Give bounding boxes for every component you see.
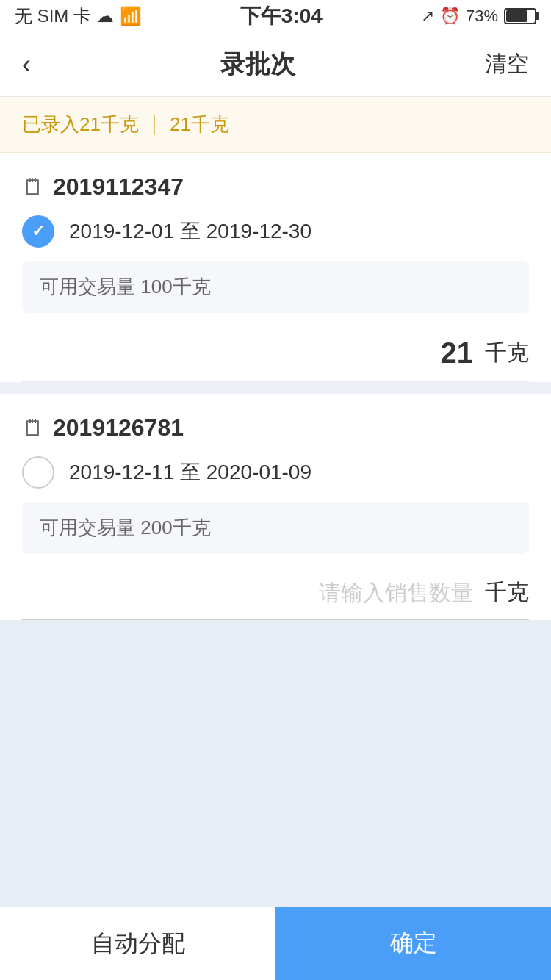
batch-1-qty-unit: 千克 (485, 338, 529, 368)
batch-1-row[interactable]: ✓ 2019-12-01 至 2019-12-30 (0, 208, 551, 255)
alarm-icon: ⏰ (440, 7, 460, 26)
battery-fill (506, 10, 527, 22)
recorded-label: 已录入21千克 (22, 112, 139, 137)
batch-2-qty-input[interactable] (22, 580, 473, 605)
batch-card-2: 🗒 2019126781 2019-12-11 至 2020-01-09 可用交… (0, 394, 551, 620)
batch-1-qty-row: 21 千克 (0, 325, 551, 381)
location-icon: ↗ (421, 7, 434, 26)
batch-1-date: 2019-12-01 至 2019-12-30 (69, 217, 311, 245)
batch-1-qty-value: 21 (441, 336, 474, 370)
page-title: 录批次 (220, 48, 295, 82)
batch-card-1: 🗒 2019112347 ✓ 2019-12-01 至 2019-12-30 可… (0, 153, 551, 382)
status-left: 无 SIM 卡 ☁ 📶 (15, 4, 142, 28)
batch-1-radio[interactable]: ✓ (22, 215, 54, 248)
batch-2-avail: 可用交易量 200千克 (40, 516, 211, 538)
batch-2-date: 2019-12-11 至 2020-01-09 (69, 458, 311, 486)
batch-2-id: 2019126781 (53, 414, 184, 442)
bottom-bar: 自动分配 确定 (0, 907, 551, 980)
check-icon: ✓ (32, 222, 45, 241)
batch-2-radio[interactable] (22, 456, 54, 489)
batch-1-avail: 可用交易量 100千克 (40, 275, 211, 298)
status-bar: 无 SIM 卡 ☁ 📶 下午3:04 ↗ ⏰ 73% (0, 0, 551, 32)
content-area: 🗒 2019112347 ✓ 2019-12-01 至 2019-12-30 可… (0, 153, 551, 962)
info-divider (154, 115, 155, 135)
clear-button[interactable]: 清空 (485, 49, 529, 79)
auto-assign-button[interactable]: 自动分配 (0, 907, 276, 980)
batch-1-avail-box: 可用交易量 100千克 (22, 261, 529, 313)
back-button[interactable]: ‹ (22, 49, 31, 80)
wifi-icon: 📶 (120, 6, 142, 26)
batch-2-icon: 🗒 (22, 416, 44, 441)
batch-2-header: 🗒 2019126781 (0, 394, 551, 449)
batch-2-row[interactable]: 2019-12-11 至 2020-01-09 (0, 449, 551, 496)
nav-bar: ‹ 录批次 清空 (0, 32, 551, 97)
confirm-button[interactable]: 确定 (276, 907, 551, 980)
batch-1-id: 2019112347 (53, 173, 184, 201)
batch-1-header: 🗒 2019112347 (0, 153, 551, 208)
status-right: ↗ ⏰ 73% (421, 7, 536, 26)
batch-2-avail-box: 可用交易量 200千克 (22, 502, 529, 554)
battery-percent: 73% (466, 7, 498, 26)
sim-label: 无 SIM 卡 ☁ (15, 4, 114, 28)
status-time: 下午3:04 (240, 2, 323, 30)
batch-2-qty-row: 千克 (0, 566, 551, 619)
info-bar: 已录入21千克 21千克 (0, 97, 551, 153)
batch-2-qty-unit: 千克 (485, 577, 529, 608)
section-divider (0, 382, 551, 394)
recorded-value: 21千克 (170, 112, 229, 137)
battery-icon (504, 8, 536, 24)
batch-1-icon: 🗒 (22, 175, 44, 200)
